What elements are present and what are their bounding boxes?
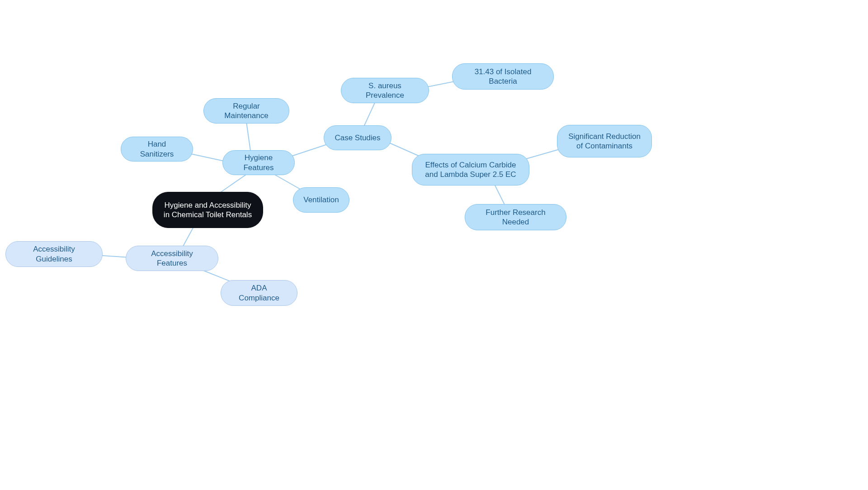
node-isolated-bacteria[interactable]: 31.43 of Isolated Bacteria <box>452 63 554 90</box>
label-hygiene-features: Hygiene Features <box>232 153 285 172</box>
node-ventilation[interactable]: Ventilation <box>293 187 349 213</box>
label-isolated-bacteria: 31.43 of Isolated Bacteria <box>462 67 544 86</box>
label-ventilation: Ventilation <box>303 195 339 205</box>
node-accessibility-guidelines[interactable]: Accessibility Guidelines <box>5 241 103 267</box>
mindmap-canvas: Hygiene and Accessibility in Chemical To… <box>0 0 868 490</box>
label-case-studies: Case Studies <box>335 133 380 143</box>
label-reduction-contaminants: Significant Reduction of Contaminants <box>566 132 642 151</box>
label-ada-compliance: ADA Compliance <box>230 283 288 303</box>
root-label: Hygiene and Accessibility in Chemical To… <box>162 200 254 220</box>
node-calcium-carbide[interactable]: Effects of Calcium Carbide and Lambda Su… <box>412 154 529 186</box>
svg-line-3 <box>246 122 251 154</box>
label-hand-sanitizers: Hand Sanitizers <box>130 139 184 159</box>
label-further-research: Further Research Needed <box>474 208 557 227</box>
root-node[interactable]: Hygiene and Accessibility in Chemical To… <box>152 192 263 228</box>
node-hand-sanitizers[interactable]: Hand Sanitizers <box>121 137 193 162</box>
edge-layer <box>0 0 868 490</box>
node-s-aureus[interactable]: S. aureus Prevalence <box>341 78 429 103</box>
node-case-studies[interactable]: Case Studies <box>324 125 392 150</box>
node-regular-maintenance[interactable]: Regular Maintenance <box>203 98 289 124</box>
label-accessibility-features: Accessibility Features <box>135 249 209 268</box>
label-accessibility-guidelines: Accessibility Guidelines <box>15 244 93 264</box>
node-ada-compliance[interactable]: ADA Compliance <box>221 280 297 306</box>
node-reduction-contaminants[interactable]: Significant Reduction of Contaminants <box>557 125 652 157</box>
node-accessibility-features[interactable]: Accessibility Features <box>126 246 218 271</box>
node-hygiene-features[interactable]: Hygiene Features <box>222 150 295 175</box>
node-further-research[interactable]: Further Research Needed <box>465 204 566 230</box>
label-calcium-carbide: Effects of Calcium Carbide and Lambda Su… <box>421 160 520 180</box>
label-regular-maintenance: Regular Maintenance <box>213 101 280 121</box>
label-s-aureus: S. aureus Prevalence <box>350 81 420 100</box>
